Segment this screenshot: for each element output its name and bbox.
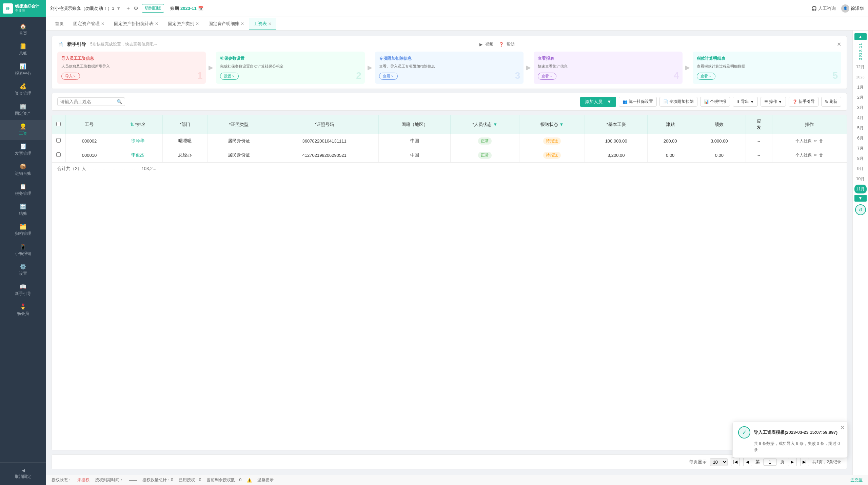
sidebar-item-close[interactable]: 🔚 结账 <box>0 200 46 220</box>
edit-icon[interactable]: ✏ <box>814 138 817 143</box>
sidebar-item-ledger[interactable]: 📒 总账 <box>0 40 46 60</box>
step-4-title: 查看报表 <box>538 56 678 61</box>
month-2[interactable]: 2月 <box>854 93 867 102</box>
tab-close-icon[interactable]: ✕ <box>241 21 244 26</box>
month-4[interactable]: 4月 <box>854 113 867 122</box>
month-10[interactable]: 10月 <box>854 174 867 183</box>
step-5-btn[interactable]: 查看＞ <box>697 73 715 80</box>
month-6[interactable]: 6月 <box>854 134 867 143</box>
tab-depreciation[interactable]: 固定资产折旧统计表 ✕ <box>109 18 163 30</box>
tax-icon: 📋 <box>20 183 26 190</box>
operation-label: 操作 <box>769 99 777 105</box>
month-1[interactable]: 1月 <box>854 83 867 92</box>
row-basic-salary: 3,200.00 <box>585 148 648 162</box>
sidebar-item-salary[interactable]: 👷 工资 <box>0 120 46 140</box>
operation-icon: ☰ <box>764 99 768 104</box>
col-nation: -- <box>122 166 125 171</box>
sidebar-item-reports[interactable]: 📊 报表中心 <box>0 60 46 80</box>
account-selector[interactable]: 刘小艳演示账套（勿删勿动！）1 ▼ <box>50 5 121 12</box>
refresh-button[interactable]: ↻ 刷新 <box>821 97 841 107</box>
tab-close-icon[interactable]: ✕ <box>196 21 199 26</box>
prev-year-button[interactable]: ▲ <box>854 33 867 40</box>
edit-icon[interactable]: ✏ <box>814 153 817 157</box>
status-filter-icon[interactable]: ▼ <box>493 122 497 127</box>
export-button[interactable]: ⬆ 导出 ▼ <box>733 97 758 107</box>
row-select-checkbox[interactable] <box>56 138 61 143</box>
tab-close-icon[interactable]: ✕ <box>101 21 104 26</box>
user-menu[interactable]: 👤 徐泽华 <box>841 4 864 13</box>
tab-salary[interactable]: 工资表 ✕ <box>249 18 276 30</box>
switch-version-button[interactable]: 切到旧版 <box>142 4 164 13</box>
tab-detail-ledger[interactable]: 固定资产明细账 ✕ <box>204 18 249 30</box>
step-arrow-3: ▶ <box>524 52 534 84</box>
customer-service-button[interactable]: 🎧 人工咨询 <box>811 5 836 12</box>
row-report-status: 待报送 <box>519 148 585 162</box>
content-area: 📄 新手引导 5步快速完成设置，快去完善信息吧～ ▶ 视频 ❓ 帮助 ✕ 导入员… <box>46 31 868 475</box>
next-page-button[interactable]: ▶ <box>788 458 797 466</box>
wizard-close-button[interactable]: ✕ <box>837 41 841 48</box>
select-all-checkbox[interactable] <box>56 122 61 126</box>
sidebar-item-expense[interactable]: 📱 小畅报销 <box>0 240 46 260</box>
report-filter-icon[interactable]: ▼ <box>559 122 564 127</box>
tab-close-icon[interactable]: ✕ <box>268 21 272 26</box>
add-dropdown-icon[interactable]: ▼ <box>604 99 611 104</box>
row-select-checkbox[interactable] <box>56 152 61 157</box>
employee-name-link[interactable]: 李俊杰 <box>131 152 144 157</box>
sidebar-item-home[interactable]: 🏠 首页 <box>0 20 46 40</box>
sidebar-item-funds[interactable]: 💰 资金管理 <box>0 80 46 100</box>
tab-close-icon[interactable]: ✕ <box>155 21 158 26</box>
step-3-btn[interactable]: 查看＞ <box>379 73 398 80</box>
page-label-2: 页 <box>780 459 785 465</box>
auth-bar: 授权状态： 未授权 授权到期时间： —— 授权数量总计：0 已用授权：0 当前剩… <box>46 475 868 485</box>
month-12[interactable]: 12月 <box>854 62 867 71</box>
sort-icon: ⇅ <box>130 122 134 127</box>
tab-fixed-assets[interactable]: 固定资产管理 ✕ <box>68 18 109 30</box>
month-11[interactable]: 11月 <box>854 185 867 193</box>
calendar-icon[interactable]: 📅 <box>198 6 203 11</box>
guide-button[interactable]: ❓ 新手引导 <box>789 97 818 107</box>
settings-button[interactable]: ⚙ <box>134 5 138 12</box>
first-page-button[interactable]: |◀ <box>731 458 740 466</box>
employee-name-link[interactable]: 徐泽华 <box>131 138 144 143</box>
delete-icon[interactable]: 🗑 <box>819 153 823 157</box>
sidebar-item-inventory[interactable]: 📦 进销台账 <box>0 160 46 180</box>
prev-page-button[interactable]: ◀ <box>743 458 752 466</box>
month-5[interactable]: 5月 <box>854 124 867 132</box>
sidebar-item-guide[interactable]: 📖 新手引导 <box>0 280 46 300</box>
delete-icon[interactable]: 🗑 <box>819 138 823 143</box>
charge-link[interactable]: 去充值 <box>850 477 863 483</box>
personal-social-link[interactable]: 个人社保 <box>795 138 812 144</box>
deduction-button[interactable]: 📄 专项附加扣除 <box>659 97 697 107</box>
month-7[interactable]: 7月 <box>854 144 867 153</box>
unpin-button[interactable]: ◀ 取消固定 <box>0 465 46 482</box>
step-2-btn[interactable]: 设置＞ <box>220 73 239 80</box>
next-year-button[interactable]: ▼ <box>854 195 867 202</box>
step-4-btn[interactable]: 查看＞ <box>538 73 556 80</box>
month-3[interactable]: 3月 <box>854 103 867 112</box>
operation-button[interactable]: ☰ 操作 ▼ <box>761 97 786 107</box>
personal-social-link[interactable]: 个人社保 <box>795 152 812 158</box>
sidebar-item-assets[interactable]: 🏢 固定资产 <box>0 100 46 120</box>
sidebar-item-tax[interactable]: 📋 税务管理 <box>0 180 46 200</box>
user-name: 徐泽华 <box>851 5 864 12</box>
page-number-input[interactable]: 1 <box>763 459 777 466</box>
search-input[interactable] <box>60 99 115 104</box>
sidebar-item-invoice[interactable]: 🧾 发票管理 <box>0 140 46 160</box>
sidebar-item-archive[interactable]: 🗂️ 归档管理 <box>0 220 46 240</box>
add-person-button[interactable]: 添加人员 ▼ <box>580 97 616 107</box>
add-account-button[interactable]: ＋ <box>125 5 131 12</box>
sidebar-item-member[interactable]: 🎖️ 畅会员 <box>0 300 46 320</box>
tab-categories[interactable]: 固定资产类别 ✕ <box>163 18 204 30</box>
tab-home[interactable]: 首页 <box>50 18 68 30</box>
sidebar-item-settings[interactable]: ⚙️ 设置 <box>0 260 46 280</box>
step-1-btn[interactable]: 导入＞ <box>61 73 80 80</box>
sync-button[interactable]: ↺ <box>855 204 866 215</box>
page-size-select[interactable]: 10 20 50 100 <box>710 458 728 466</box>
row-id-type: 居民身份证 <box>207 148 270 162</box>
month-8[interactable]: 8月 <box>854 154 867 163</box>
tax-report-button[interactable]: 📊 个税申报 <box>700 97 730 107</box>
social-insurance-button[interactable]: 👥 统一社保设置 <box>619 97 657 107</box>
month-9[interactable]: 9月 <box>854 164 867 173</box>
notification-close-button[interactable]: ✕ <box>840 424 845 431</box>
last-page-button[interactable]: ▶| <box>800 458 809 466</box>
